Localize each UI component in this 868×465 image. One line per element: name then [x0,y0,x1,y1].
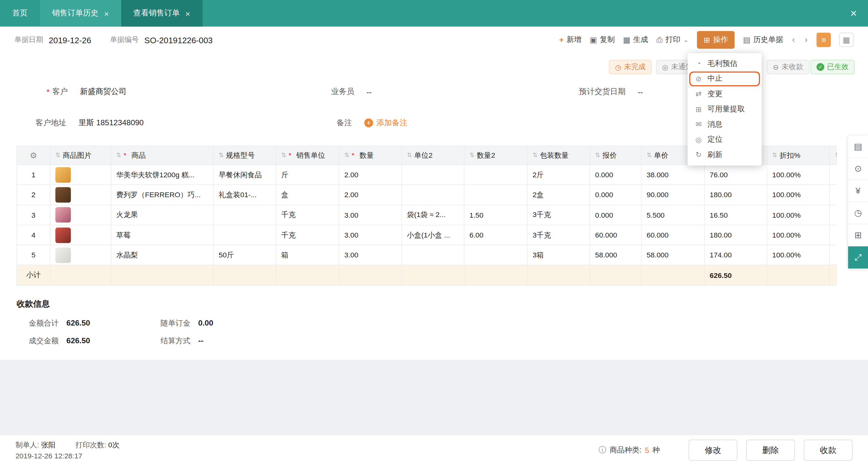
header-product-image[interactable]: ⇅商品图片 [51,146,111,165]
header-product[interactable]: ⇅*商品 [111,146,214,165]
badge-label: 未完成 [624,62,646,72]
plus-icon: + [559,35,564,44]
menu-item-change[interactable]: ⇄ 变更 [688,87,762,101]
unit-price-cell: 60.000 [642,225,705,245]
unit2-cell [402,165,464,185]
header-quote[interactable]: ⇅报价 [590,146,642,165]
history-docs-button[interactable]: ▤ 历史单据 [743,35,783,45]
pack-qty-cell: 3千克 [528,205,590,225]
tab-close-icon[interactable]: × [185,8,190,18]
print-label: 打印 [665,35,680,45]
menu-item-locate[interactable]: ◎ 定位 [688,132,762,147]
deal-amount-field: 成交金额 626.50 [29,336,90,346]
product-name: 草莓 [111,225,214,245]
list-view-icon: ≡ [821,35,826,44]
refresh-icon: ↻ [695,151,703,159]
copy-label: 复制 [600,35,615,45]
unit2-cell: 袋(1袋 ≈ 2... [402,205,464,225]
delete-button[interactable]: 删除 [746,440,795,461]
receive-payment-button[interactable]: 收款 [804,440,852,461]
edit-button[interactable]: 修改 [688,440,737,461]
money-rail-button[interactable]: ¥ [848,180,868,202]
tab-home-label: 首页 [12,8,28,18]
plus-circle-icon: + [364,119,373,127]
unit-cell: 箱 [276,245,339,266]
tab-home[interactable]: 首页 [0,0,40,27]
footer-bar: 制单人: 张阳 打印次数: 0次 2019-12-26 12:28:17 ⓘ 商… [0,435,868,465]
generate-button[interactable]: ▦ 生成 [623,35,648,45]
sort-icon: ⇅ [56,152,61,159]
history-icon: ▤ [743,35,750,44]
menu-item-profit-estimate[interactable]: ◔ 毛利预估 [688,56,762,71]
menu-item-message[interactable]: ✉ 消息 [688,117,762,132]
product-image[interactable] [56,247,71,263]
menu-item-available-extract[interactable]: ⊞ 可用量提取 [688,101,762,117]
quote-cell: 60.000 [590,225,642,245]
list-view-toggle[interactable]: ≡ [816,33,831,47]
product-image[interactable] [56,207,71,223]
expand-rail-button[interactable]: ⤢ [848,246,868,269]
toolbar: 单据日期 2019-12-26 单据编号 SO-20191226-003 + 新… [0,27,868,53]
history-rail-button[interactable]: ◷ [848,202,868,224]
header-unit2[interactable]: ⇅单位2 [402,146,464,165]
header-spec[interactable]: ⇅规格型号 [214,146,276,165]
amount-cell: 16.50 [705,205,767,225]
creator-field: 制单人: 张阳 [16,440,56,450]
row-index: 1 [17,165,50,185]
payment-section-title: 收款信息 [17,299,50,309]
sort-icon: ⇅ [344,152,349,159]
add-remark-label: 添加备注 [376,118,407,128]
prev-doc-arrow[interactable]: ‹ [792,34,796,45]
qty2-cell [465,245,528,266]
close-icon[interactable]: × [839,0,868,27]
salesman-field: 业务员 -- [331,87,372,97]
header-pack-qty[interactable]: ⇅包装数量 [528,146,590,165]
column-settings-cell[interactable]: ⚙ [17,146,50,165]
copy-button[interactable]: ▣ 复制 [590,35,615,45]
qty2-cell [465,165,528,185]
add-remark-button[interactable]: + 添加备注 [364,118,407,128]
grid-view-toggle[interactable]: ▦ [839,33,854,47]
header-sales-unit[interactable]: ⇅*销售单位 [276,146,339,165]
product-image[interactable] [56,227,71,243]
link-rail-button[interactable]: ⊙ [848,158,868,180]
unit-price-cell: 90.000 [642,185,705,205]
header-qty2[interactable]: ⇅数量2 [465,146,528,165]
tab-sales-order-history[interactable]: 销售订单历史 × [40,0,121,27]
gift-cell [830,205,837,225]
calc-rail-button[interactable]: ⊞ [848,224,868,246]
spec-cell: 礼盒装01-... [214,185,276,205]
qty-cell: 2.00 [339,185,402,205]
calculator-icon: ⊞ [855,230,862,240]
customer-address-value: 里斯 18512348090 [79,118,144,128]
gift-cell [830,165,837,185]
product-image[interactable] [56,187,71,203]
tab-close-icon[interactable]: × [104,8,109,18]
amount-cell: 76.00 [705,165,767,185]
print-button[interactable]: ⎙ 打印 ⌄ [656,35,688,45]
add-button[interactable]: + 新增 [559,35,582,45]
header-gift[interactable]: ⇅赠 [830,146,837,165]
discount-cell: 100.00% [767,245,830,266]
product-image-cell [51,165,111,185]
row-index: 2 [17,185,50,205]
operate-button[interactable]: ⊞ 操作 [697,31,735,49]
abort-icon: ⊘ [695,74,703,83]
sort-icon: ⇅ [595,152,600,159]
locate-icon: ◎ [695,136,703,144]
header-discount[interactable]: ⇅折扣% [767,146,830,165]
tab-view-label: 查看销售订单 [133,8,180,18]
tab-view-sales-order[interactable]: 查看销售订单 × [121,0,203,27]
add-label: 新增 [566,35,581,45]
menu-item-refresh[interactable]: ↻ 刷新 [688,147,762,162]
unit-price-cell: 58.000 [642,245,705,266]
product-image[interactable] [56,167,71,182]
menu-item-abort[interactable]: ⊘ 中止 [689,71,760,87]
unit-cell: 千克 [276,205,339,225]
gift-cell [830,245,837,266]
deposit-label: 随单订金 [160,318,190,329]
next-doc-arrow[interactable]: › [804,34,808,45]
doc-rail-button[interactable]: ▤ [848,136,868,158]
qty2-cell [465,185,528,205]
header-qty[interactable]: ⇅*数量 [339,146,402,165]
